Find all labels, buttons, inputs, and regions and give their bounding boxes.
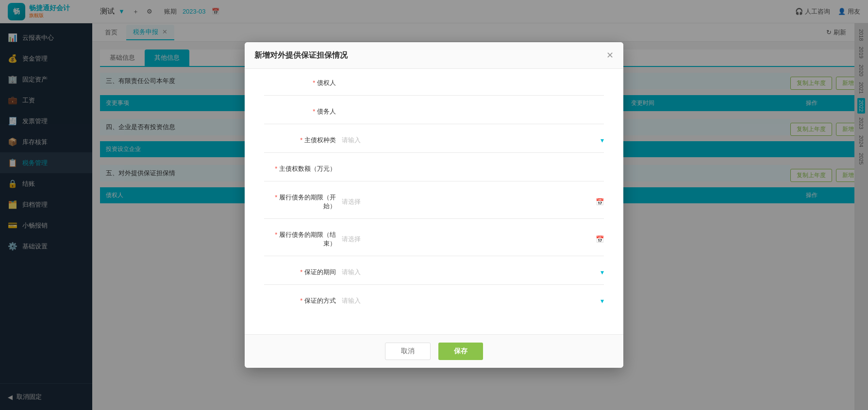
period-start-label: * 履行债务的期限（开始） bbox=[264, 193, 342, 211]
guarantee-method-select[interactable]: 请输入 ▾ bbox=[342, 296, 604, 305]
dialog-header: 新增对外提供保证担保情况 ✕ bbox=[245, 42, 623, 69]
add-guarantee-dialog: 新增对外提供保证担保情况 ✕ * 债权人 * 债务人 bbox=[245, 42, 623, 368]
form-row-claim-amount: * 主债权数额（万元） bbox=[264, 164, 604, 181]
period-end-label: * 履行债务的期限（结束） bbox=[264, 230, 342, 248]
creditor-input[interactable] bbox=[342, 80, 604, 87]
form-row-guarantee-method: * 保证的方式 请输入 ▾ bbox=[264, 296, 604, 313]
form-row-claim-type: * 主债权种类 请输入 ▾ bbox=[264, 136, 604, 153]
period-end-picker[interactable]: 请选择 📅 bbox=[342, 235, 604, 244]
claim-amount-label: * 主债权数额（万元） bbox=[264, 164, 342, 173]
claim-type-placeholder: 请输入 bbox=[342, 136, 361, 145]
period-start-picker[interactable]: 请选择 📅 bbox=[342, 197, 604, 206]
guarantee-period-select[interactable]: 请输入 ▾ bbox=[342, 268, 604, 277]
dialog-overlay: 新增对外提供保证担保情况 ✕ * 债权人 * 债务人 bbox=[0, 0, 868, 410]
guarantee-method-chevron-icon: ▾ bbox=[601, 297, 604, 305]
form-row-creditor: * 债权人 bbox=[264, 79, 604, 96]
form-row-debtor: * 债务人 bbox=[264, 107, 604, 124]
save-button[interactable]: 保存 bbox=[438, 343, 483, 360]
guarantee-period-label: * 保证的期间 bbox=[264, 268, 342, 277]
guarantee-method-label: * 保证的方式 bbox=[264, 296, 342, 305]
dialog-title: 新增对外提供保证担保情况 bbox=[254, 50, 348, 61]
chevron-down-icon: ▾ bbox=[601, 136, 604, 144]
dialog-body: * 债权人 * 债务人 * 主债权种类 请输入 bbox=[245, 69, 623, 334]
debtor-label: * 债务人 bbox=[264, 107, 342, 116]
form-row-period-end: * 履行债务的期限（结束） 请选择 📅 bbox=[264, 230, 604, 256]
cancel-button[interactable]: 取消 bbox=[385, 343, 431, 360]
dialog-footer: 取消 保存 bbox=[245, 334, 623, 368]
creditor-label: * 债权人 bbox=[264, 79, 342, 87]
form-row-period-start: * 履行债务的期限（开始） 请选择 📅 bbox=[264, 193, 604, 219]
calendar-start-icon: 📅 bbox=[596, 198, 604, 206]
debtor-input[interactable] bbox=[342, 108, 604, 115]
guarantee-method-placeholder: 请输入 bbox=[342, 296, 361, 305]
guarantee-period-chevron-icon: ▾ bbox=[601, 268, 604, 276]
claim-amount-input[interactable] bbox=[342, 165, 604, 173]
claim-type-label: * 主债权种类 bbox=[264, 136, 342, 145]
form-row-guarantee-period: * 保证的期间 请输入 ▾ bbox=[264, 268, 604, 285]
dialog-close-btn[interactable]: ✕ bbox=[606, 50, 614, 61]
period-start-placeholder: 请选择 bbox=[342, 197, 361, 206]
period-end-placeholder: 请选择 bbox=[342, 235, 361, 244]
claim-type-select[interactable]: 请输入 ▾ bbox=[342, 136, 604, 145]
calendar-end-icon: 📅 bbox=[596, 235, 604, 243]
guarantee-period-placeholder: 请输入 bbox=[342, 268, 361, 277]
